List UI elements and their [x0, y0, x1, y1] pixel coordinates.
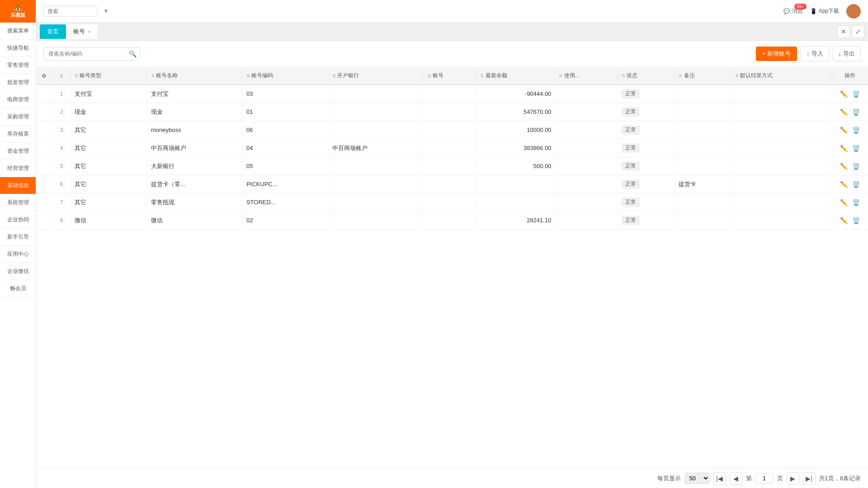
edit-icon[interactable]: ✏️ — [840, 127, 848, 134]
sidebar-item-14[interactable]: 企业微信 — [0, 263, 36, 280]
row-index: 6 — [52, 175, 71, 193]
col-status[interactable]: ⇅ 状态 — [618, 67, 675, 84]
edit-icon[interactable]: ✏️ — [840, 217, 848, 224]
page-input[interactable] — [755, 473, 774, 483]
main-area: ▼ 💬 消息 99+ 📱 App下载 首页 账号 × ✕ ⤢ — [36, 0, 868, 488]
sidebar-item-10[interactable]: 系统管理 — [0, 194, 36, 211]
row-bank — [329, 103, 424, 121]
delete-icon[interactable]: 🗑️ — [852, 127, 860, 134]
tab-close-button[interactable]: ✕ — [837, 25, 850, 38]
header-right: 💬 消息 99+ 📱 App下载 — [783, 4, 861, 19]
page-size-select[interactable]: 50 20 100 — [684, 473, 710, 484]
delete-icon[interactable]: 🗑️ — [852, 108, 860, 116]
app-download-button[interactable]: 📱 App下载 — [810, 7, 839, 15]
col-name[interactable]: ⇅ 账号名称 — [147, 67, 243, 84]
top-search-input[interactable] — [43, 6, 98, 17]
row-account — [424, 193, 476, 211]
toolbar: 🔍 + 新增账号 ↑ 导入 ↓ 导出 — [36, 41, 868, 67]
col-bank[interactable]: ⇅ 开户银行 — [329, 67, 424, 84]
edit-icon[interactable]: ✏️ — [840, 199, 848, 206]
sidebar-item-6[interactable]: 库存核算 — [0, 126, 36, 143]
sidebar-item-13[interactable]: 应用中心 — [0, 246, 36, 263]
row-status: 正常 — [618, 139, 675, 157]
sidebar-item-2[interactable]: 零售管理 — [0, 57, 36, 74]
col-balance[interactable]: ⇅ 最新余额 — [476, 67, 555, 84]
delete-icon[interactable]: 🗑️ — [852, 199, 860, 206]
header-left: ▼ — [43, 6, 109, 17]
export-button[interactable]: ↓ 导出 — [833, 46, 861, 61]
row-status: 正常 — [618, 175, 675, 193]
col-gear[interactable]: ⚙ — [36, 67, 52, 84]
row-code: PICKUPC... — [242, 175, 328, 193]
first-page-button[interactable]: |◀ — [713, 472, 726, 485]
message-button[interactable]: 💬 消息 99+ — [783, 7, 803, 15]
sidebar-item-4[interactable]: 电商管理 — [0, 91, 36, 108]
dropdown-icon[interactable]: ▼ — [103, 8, 109, 14]
col-account[interactable]: ⇅ 账号 — [424, 67, 476, 84]
sidebar-item-12[interactable]: 新手引导 — [0, 229, 36, 246]
edit-icon[interactable]: ✏️ — [840, 181, 848, 188]
col-remark[interactable]: ⇅ 备注 — [675, 67, 731, 84]
delete-icon[interactable]: 🗑️ — [852, 90, 860, 98]
sidebar-item-0[interactable]: 搜索菜单 — [0, 23, 36, 40]
content-area: 🔍 + 新增账号 ↑ 导入 ↓ 导出 ⚙ # — [36, 41, 868, 488]
row-name: 现金 — [147, 103, 243, 121]
row-actions: ✏️ 🗑️ — [832, 121, 868, 139]
col-type[interactable]: ⇅ 账号类型 — [71, 67, 147, 84]
sidebar-item-3[interactable]: 批发管理 — [0, 74, 36, 91]
sidebar-item-1[interactable]: 快捷导航 — [0, 40, 36, 57]
last-page-button[interactable]: ▶| — [803, 472, 816, 485]
row-actions: ✏️ 🗑️ — [832, 84, 868, 103]
row-type: 其它 — [71, 157, 147, 175]
row-bank — [329, 193, 424, 211]
row-gear — [36, 121, 52, 139]
row-name: moneybosx — [147, 121, 243, 139]
delete-icon[interactable]: 🗑️ — [852, 181, 860, 188]
sidebar-item-7[interactable]: 资金管理 — [0, 143, 36, 160]
row-remark — [675, 103, 731, 121]
row-name: 提货卡（零... — [147, 175, 243, 193]
status-badge: 正常 — [622, 107, 640, 117]
phone-icon: 📱 — [810, 8, 817, 14]
sidebar-item-9[interactable]: 基础信息 — [0, 177, 36, 194]
row-type: 其它 — [71, 193, 147, 211]
edit-icon[interactable]: ✏️ — [840, 145, 848, 152]
edit-icon[interactable]: ✏️ — [840, 90, 848, 98]
prev-page-button[interactable]: ◀ — [730, 472, 742, 485]
sidebar-item-11[interactable]: 企业协同 — [0, 211, 36, 229]
row-name: 零售抵现 — [147, 193, 243, 211]
next-page-button[interactable]: ▶ — [787, 472, 799, 485]
table-body: 1 支付宝 支付宝 03 -90444.00 正常 ✏️ 🗑️ 2 现金 现金 … — [36, 84, 868, 230]
tab-close-icon[interactable]: × — [88, 29, 90, 34]
delete-icon[interactable]: 🗑️ — [852, 217, 860, 224]
col-usage[interactable]: ⇅ 使用... — [555, 67, 618, 84]
avatar[interactable] — [846, 4, 861, 19]
tab-account[interactable]: 账号 × — [66, 24, 98, 39]
row-code: 02 — [242, 211, 328, 230]
delete-icon[interactable]: 🗑️ — [852, 163, 860, 170]
import-button[interactable]: ↑ 导入 — [801, 46, 829, 61]
sidebar-item-5[interactable]: 采购管理 — [0, 108, 36, 126]
delete-icon[interactable]: 🗑️ — [852, 145, 860, 152]
row-type: 现金 — [71, 103, 147, 121]
sidebar-item-15[interactable]: 畅会员 — [0, 280, 36, 297]
search-button[interactable]: 🔍 — [125, 47, 140, 60]
tab-bar: 首页 账号 × ✕ ⤢ — [36, 23, 868, 41]
row-bank — [329, 84, 424, 103]
tab-expand-button[interactable]: ⤢ — [852, 25, 864, 38]
row-usage — [555, 157, 618, 175]
row-index: 3 — [52, 121, 71, 139]
row-gear — [36, 103, 52, 121]
row-actions: ✏️ 🗑️ — [832, 139, 868, 157]
row-code: 05 — [242, 157, 328, 175]
search-input[interactable] — [44, 48, 125, 60]
tab-home[interactable]: 首页 — [40, 24, 66, 39]
row-index: 2 — [52, 103, 71, 121]
sidebar-item-8[interactable]: 经营管理 — [0, 160, 36, 177]
col-settle[interactable]: ⇅ 默认结算方式 — [731, 67, 832, 84]
edit-icon[interactable]: ✏️ — [840, 108, 848, 116]
page-of-label: 页 — [777, 474, 783, 483]
add-account-button[interactable]: + 新增账号 — [756, 47, 797, 61]
edit-icon[interactable]: ✏️ — [840, 163, 848, 170]
col-code[interactable]: ⇅ 账号编码 — [242, 67, 328, 84]
